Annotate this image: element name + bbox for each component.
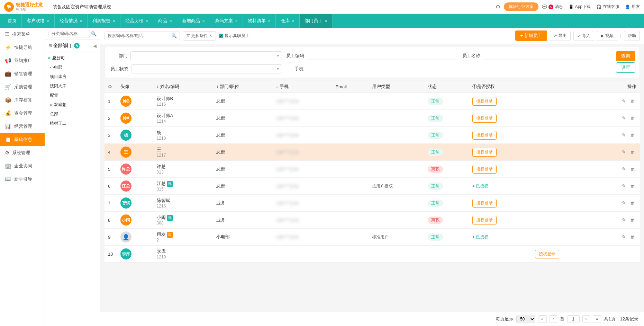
dept-filter-select[interactable]: ▾ [130,51,282,60]
nav-tab-goods[interactable]: 商品✕ [153,14,177,28]
first-page-button[interactable]: « [538,315,547,323]
edit-button[interactable]: ✎ [620,200,627,206]
nav-tab-employees[interactable]: 部门员工✕ [300,14,333,28]
dept-node-delivery[interactable]: 配货 [45,91,100,100]
nav-tab-addgoods[interactable]: 新增商品✕ [177,14,210,28]
show-resigned-checkbox[interactable]: 显示离职员工 [219,33,250,39]
tab-close-goods[interactable]: ✕ [169,19,172,23]
settings-button[interactable]: ⚙ [496,3,500,10]
sidebar-item-sales[interactable]: 💼销售管理 [0,67,45,80]
app-download-button[interactable]: 📱 App下载 [569,4,591,10]
nav-tab-warehouse[interactable]: 仓库✕ [276,14,300,28]
dept-node-head[interactable]: 总部 [45,109,100,119]
sidebar-item-system[interactable]: ⚙系统管理 [0,146,45,159]
edit-button[interactable]: ✎ [620,115,627,122]
dept-node-root[interactable]: ▼ 总公司 [45,53,100,63]
nav-tab-process[interactable]: 经营历程✕ [120,14,153,28]
prev-page-button[interactable]: ‹ [550,315,557,323]
nav-tab-home[interactable]: 首页 [3,14,22,28]
tab-close-barcode[interactable]: ✕ [235,19,238,23]
delete-button[interactable]: 🗑 [629,200,636,206]
search-input[interactable] [108,33,170,38]
edit-button[interactable]: ✎ [620,149,627,156]
sidebar-item-capital[interactable]: 💰资金管理 [0,107,45,120]
sidebar-item-inventory[interactable]: 📦库存核算 [0,94,45,107]
per-page-select[interactable]: 50 100 [516,315,535,323]
help-button[interactable]: 帮助 [624,31,640,41]
dept-edit-icon[interactable]: ✎ [74,43,80,49]
emp-code-input[interactable] [307,52,458,60]
emp-status-select[interactable]: ▾ [131,64,282,73]
tab-close-addgoods[interactable]: ✕ [202,19,205,23]
col-phone[interactable]: ↕ 手机 [273,81,332,93]
online-service-button[interactable]: 🎧 在线客服 [596,4,619,10]
edit-button[interactable]: ✎ [620,98,627,105]
next-page-button[interactable]: › [582,315,590,323]
delete-button[interactable]: 🗑 [629,98,636,105]
dept-search-input[interactable] [48,30,91,37]
grant-login-button[interactable]: 授权登录 [472,114,497,123]
delete-button[interactable]: 🗑 [629,132,636,139]
tab-close-customer[interactable]: ✕ [47,19,49,23]
page-input[interactable] [567,315,580,323]
nav-tab-finance[interactable]: 经营情况✕ [55,14,88,28]
nav-tab-materials[interactable]: 物料清单✕ [243,14,276,28]
user-menu[interactable]: 👤 用友 [625,4,640,10]
delete-button[interactable]: 🗑 [629,217,636,223]
dept-node-shuangcheng[interactable]: ▶ 双庭想 [45,100,100,109]
import-button[interactable]: ↙ 导入 [573,31,594,41]
trial-button[interactable]: 体验行业方案 [504,2,538,11]
tab-close-warehouse[interactable]: ✕ [292,19,294,23]
sidebar-item-purchase[interactable]: 🛒采购管理 [0,80,45,94]
sidebar-item-basic[interactable]: 📋基础信息 [0,133,45,146]
col-dept[interactable]: ↕ 部门/职位 [213,81,272,93]
tab-close-employees[interactable]: ✕ [325,19,327,23]
nav-tab-profit[interactable]: 利润报告✕ [88,14,120,28]
dept-collapse-button[interactable]: ◀ [93,43,97,49]
delete-button[interactable]: 🗑 [629,234,636,240]
grant-login-button[interactable]: 授权登录 [472,199,497,208]
grant-login-button[interactable]: 授权登录 [472,97,497,106]
sidebar-item-operation[interactable]: 📊经营管理 [0,120,45,133]
tab-close-profit[interactable]: ✕ [112,19,115,23]
last-page-button[interactable]: » [593,315,601,323]
more-filter-button[interactable]: ▽ 更多条件 ∧ [183,31,216,41]
grant-login-button[interactable]: 授权登录 [472,216,497,224]
delete-button[interactable]: 🗑 [629,115,636,122]
col-name[interactable]: ↕ 姓名/编码 [153,81,213,93]
emp-name-input[interactable] [483,52,592,60]
delete-button[interactable]: 🗑 [629,166,636,173]
dept-node-plantking[interactable]: 植树王二 [45,119,100,128]
edit-button[interactable]: ✎ [620,166,627,173]
edit-button[interactable]: ✎ [620,183,627,190]
grant-login-button[interactable]: 授权登录 [472,165,497,174]
delete-button[interactable]: 🗑 [629,183,636,190]
grant-login-button[interactable]: 授权登录 [472,131,497,140]
edit-button[interactable]: ✎ [620,217,627,223]
sidebar-item-search[interactable]: ☰搜索菜单 [0,28,45,41]
phone-input[interactable] [306,65,458,73]
nav-tab-customer[interactable]: 客户联络✕ [22,14,55,28]
dept-node-xiaodian[interactable]: 小电部 [45,63,100,72]
view-button[interactable]: ▶ 视频 [597,31,617,41]
tab-close-materials[interactable]: ✕ [268,19,271,23]
grant-login-button[interactable]: 授权登录 [535,250,559,258]
sidebar-item-marketing[interactable]: 📢营销推广 [0,54,45,67]
grant-login-button[interactable]: 授权登录 [472,148,497,157]
col-settings[interactable]: ⚙ [105,81,117,93]
sidebar-item-shortcut[interactable]: ⚡快捷导航 [0,41,45,54]
add-employee-button[interactable]: + 新增员工 [515,30,547,41]
dept-node-project[interactable]: 项目库房 [45,72,100,81]
export-button[interactable]: ↗ 导出 [550,31,571,41]
sidebar-item-guide[interactable]: 📖新手引导 [0,173,45,186]
sidebar-item-enterprise[interactable]: 🏢企业协同 [0,159,45,173]
query-button[interactable]: 查询 [616,51,635,61]
tab-close-process[interactable]: ✕ [145,19,148,23]
tab-close-finance[interactable]: ✕ [80,19,82,23]
dept-node-shenyang[interactable]: 沈阳大库 [45,81,100,91]
delete-button[interactable]: 🗑 [629,149,636,156]
message-button[interactable]: 💬 5 消息 [542,4,563,10]
set-button[interactable]: 设置 [616,62,635,73]
edit-button[interactable]: ✎ [620,234,627,240]
edit-button[interactable]: ✎ [620,132,627,139]
